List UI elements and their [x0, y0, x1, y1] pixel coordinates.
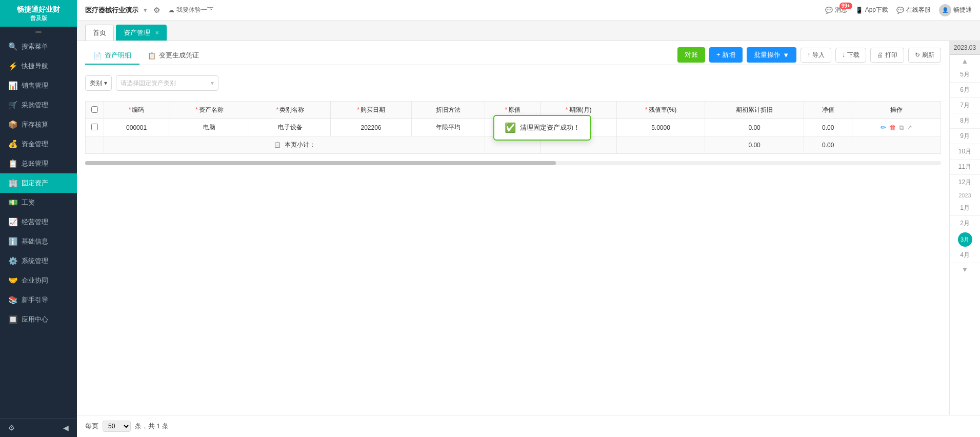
- horizontal-scrollbar[interactable]: [85, 161, 941, 165]
- th-depreciation-method: 折旧方法: [411, 102, 485, 119]
- row-net-value: 0.00: [804, 119, 852, 136]
- timeline-month-12[interactable]: 12月: [950, 175, 980, 190]
- sidebar-item-label: 应用中心: [22, 315, 48, 324]
- th-category-label: 类别名称: [279, 106, 304, 113]
- refresh-button[interactable]: ↻ 刷新: [908, 48, 941, 63]
- delete-icon[interactable]: 🗑: [889, 124, 896, 132]
- per-page-select[interactable]: 50 20 100: [103, 421, 131, 432]
- collapse-sidebar-icon[interactable]: ◀: [63, 424, 69, 432]
- sidebar-logo: 畅捷通好业财 普及版: [0, 0, 77, 27]
- sidebar-item-ledger[interactable]: 📋 总账管理: [0, 154, 77, 173]
- timeline-month-8[interactable]: 8月: [950, 113, 980, 129]
- topbar-settings-icon[interactable]: ⚙: [153, 6, 160, 15]
- print-icon: 🖨: [877, 51, 883, 58]
- sidebar-item-app-center[interactable]: 🔲 应用中心: [0, 310, 77, 329]
- category-search-input[interactable]: 请选择固定资产类别 ▾: [116, 75, 218, 91]
- batch-chevron-icon: ▼: [783, 51, 789, 59]
- sidebar-scroll-up[interactable]: [35, 31, 42, 33]
- th-residual-rate-label: 残值率(%): [649, 106, 677, 113]
- edit-icon[interactable]: ✏: [881, 124, 886, 132]
- sidebar-nav: 🔍 搜索菜单 ⚡ 快捷导航 📊 销售管理 🛒 采购管理 📦 库存核算 💰 资金管…: [0, 37, 77, 418]
- sidebar-item-operations[interactable]: 📈 经营管理: [0, 212, 77, 232]
- copy-icon[interactable]: ⧉: [899, 124, 904, 132]
- sidebar-item-tutorial[interactable]: 📚 新手引导: [0, 290, 77, 310]
- timeline-month-6[interactable]: 6月: [950, 83, 980, 98]
- close-tab-icon[interactable]: ×: [155, 29, 159, 36]
- tab-asset-management[interactable]: 资产管理 ×: [116, 25, 167, 41]
- duizhang-button[interactable]: 对账: [677, 47, 705, 63]
- timeline-month-4[interactable]: 4月: [950, 248, 980, 263]
- subtab-voucher-gen[interactable]: 📋 变更生成凭证: [139, 47, 207, 65]
- timeline-month-7[interactable]: 7月: [950, 98, 980, 113]
- top-bar: 医疗器械行业演示 ▾ ⚙ ☁ 我要体验一下 💬 消息 99+ 📱 App下载 💬…: [77, 0, 980, 21]
- sidebar-item-sales[interactable]: 📊 销售管理: [0, 76, 77, 95]
- sidebar-item-quick-nav[interactable]: ⚡ 快捷导航: [0, 56, 77, 76]
- timeline-month-2[interactable]: 2月: [950, 216, 980, 231]
- sidebar-item-inventory[interactable]: 📦 库存核算: [0, 115, 77, 134]
- funds-icon: 💰: [8, 140, 17, 149]
- timeline-month-5[interactable]: 5月: [950, 67, 980, 83]
- sidebar-item-purchase[interactable]: 🛒 采购管理: [0, 95, 77, 115]
- row-residual-rate: 5.0000: [617, 119, 705, 136]
- batch-label: 批量操作: [754, 50, 781, 59]
- import-label: 导入: [812, 51, 825, 59]
- timeline-month-10[interactable]: 10月: [950, 144, 980, 160]
- sidebar-item-label: 搜索菜单: [22, 42, 48, 51]
- app-download-icon: 📱: [855, 7, 863, 14]
- content-main: 📄 资产明细 📋 变更生成凭证 对账 + 新增 批量操作 ▼ ↑: [77, 41, 949, 415]
- sidebar-item-funds[interactable]: 💰 资金管理: [0, 134, 77, 154]
- th-name: *资产名称: [169, 102, 250, 119]
- content-area: 📄 资产明细 📋 变更生成凭证 对账 + 新增 批量操作 ▼ ↑: [77, 41, 980, 415]
- app-download-btn[interactable]: 📱 App下载: [855, 6, 888, 14]
- experience-btn[interactable]: ☁ 我要体验一下: [168, 6, 213, 14]
- timeline-month-1[interactable]: 1月: [950, 201, 980, 216]
- download-icon: ↓: [842, 51, 845, 58]
- tab-home[interactable]: 首页: [85, 25, 114, 41]
- subtab-asset-detail-label: 资产明细: [105, 51, 131, 60]
- batch-button[interactable]: 批量操作 ▼: [747, 47, 796, 63]
- th-name-label: 资产名称: [199, 106, 224, 113]
- subtab-asset-detail[interactable]: 📄 资产明细: [85, 47, 139, 65]
- row-original-value: ✅ 清理固定资产成功！: [485, 119, 541, 136]
- user-info[interactable]: 👤 畅捷通: [939, 4, 972, 16]
- subtotal-residual-rate: [617, 136, 705, 154]
- company-dropdown-icon[interactable]: ▾: [144, 6, 147, 14]
- voucher-icon: 📋: [148, 52, 156, 59]
- filter-row: 类别 ▾ 请选择固定资产类别 ▾: [85, 75, 941, 91]
- sidebar-item-enterprise[interactable]: 🤝 企业协同: [0, 271, 77, 290]
- download-button[interactable]: ↓ 下载: [835, 48, 866, 63]
- message-btn[interactable]: 💬 消息 99+: [825, 6, 847, 14]
- print-button[interactable]: 🖨 打印: [870, 48, 904, 63]
- new-button[interactable]: + 新增: [709, 47, 743, 63]
- app-center-icon: 🔲: [8, 315, 17, 324]
- more-icon[interactable]: ↗: [907, 124, 912, 132]
- online-service-label: 在线客服: [906, 6, 931, 14]
- scroll-thumb[interactable]: [85, 161, 556, 165]
- sidebar: 畅捷通好业财 普及版 🔍 搜索菜单 ⚡ 快捷导航 📊 销售管理 🛒 采购管理 📦…: [0, 0, 77, 437]
- sales-icon: 📊: [8, 81, 17, 90]
- timeline-month-3-active[interactable]: 3月: [958, 232, 972, 247]
- sidebar-item-payroll[interactable]: 💵 工资: [0, 193, 77, 212]
- refresh-icon: ↻: [915, 51, 920, 58]
- sidebar-item-label: 系统管理: [22, 256, 48, 266]
- enterprise-icon: 🤝: [8, 276, 17, 285]
- sidebar-item-label: 工资: [22, 198, 35, 207]
- row-name: 电脑: [169, 119, 250, 136]
- timeline-scroll-up-icon[interactable]: ▲: [962, 55, 969, 67]
- timeline-scroll-down-icon[interactable]: ▼: [962, 263, 969, 275]
- settings-icon[interactable]: ⚙: [8, 424, 15, 432]
- sidebar-item-system[interactable]: ⚙️ 系统管理: [0, 251, 77, 271]
- basic-info-icon: ℹ️: [8, 237, 17, 246]
- timeline-month-11[interactable]: 11月: [950, 160, 980, 175]
- sidebar-item-search[interactable]: 🔍 搜索菜单: [0, 37, 77, 56]
- timeline-month-9[interactable]: 9月: [950, 129, 980, 144]
- sidebar-item-basic-info[interactable]: ℹ️ 基础信息: [0, 232, 77, 251]
- row-checkbox[interactable]: [91, 124, 98, 130]
- category-filter-select[interactable]: 类别 ▾: [85, 75, 112, 91]
- online-service-btn[interactable]: 💬 在线客服: [896, 6, 931, 14]
- select-all-checkbox[interactable]: [91, 106, 98, 113]
- row-checkbox-cell: [86, 119, 104, 136]
- refresh-label: 刷新: [922, 51, 934, 59]
- sidebar-item-fixed-assets[interactable]: 🏢 固定资产: [0, 173, 77, 193]
- import-button[interactable]: ↑ 导入: [801, 48, 831, 63]
